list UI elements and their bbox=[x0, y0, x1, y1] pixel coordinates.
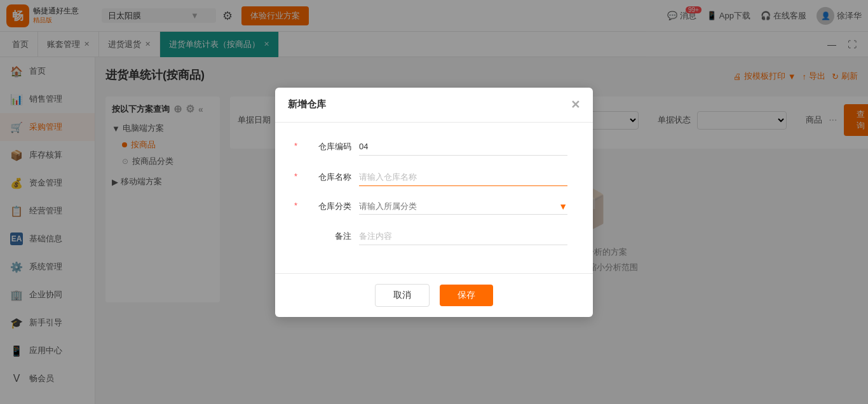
note-label: 备注 bbox=[301, 231, 351, 242]
form-row-category: 仓库分类 ▼ bbox=[301, 199, 567, 215]
category-arrow-icon: ▼ bbox=[559, 201, 567, 212]
name-label: 仓库名称 bbox=[301, 172, 351, 183]
modal-overlay[interactable]: 新增仓库 ✕ 仓库编码 仓库名称 仓库分类 ▼ bbox=[0, 0, 868, 404]
modal-header: 新增仓库 ✕ bbox=[275, 88, 593, 123]
category-select-wrapper[interactable]: ▼ bbox=[359, 199, 567, 215]
category-input[interactable] bbox=[359, 201, 559, 211]
cancel-button[interactable]: 取消 bbox=[375, 284, 430, 307]
code-input[interactable] bbox=[359, 138, 567, 156]
form-row-note: 备注 bbox=[301, 227, 567, 245]
modal-close-button[interactable]: ✕ bbox=[571, 98, 580, 112]
modal-body: 仓库编码 仓库名称 仓库分类 ▼ 备注 bbox=[275, 123, 593, 273]
form-row-code: 仓库编码 bbox=[301, 138, 567, 156]
save-button[interactable]: 保存 bbox=[440, 285, 493, 306]
form-row-name: 仓库名称 bbox=[301, 168, 567, 186]
code-label: 仓库编码 bbox=[301, 141, 351, 152]
note-input[interactable] bbox=[359, 227, 567, 245]
modal-footer: 取消 保存 bbox=[275, 273, 593, 317]
modal: 新增仓库 ✕ 仓库编码 仓库名称 仓库分类 ▼ bbox=[275, 88, 593, 317]
name-input[interactable] bbox=[359, 168, 567, 186]
category-label: 仓库分类 bbox=[301, 201, 351, 212]
modal-title: 新增仓库 bbox=[288, 98, 326, 111]
